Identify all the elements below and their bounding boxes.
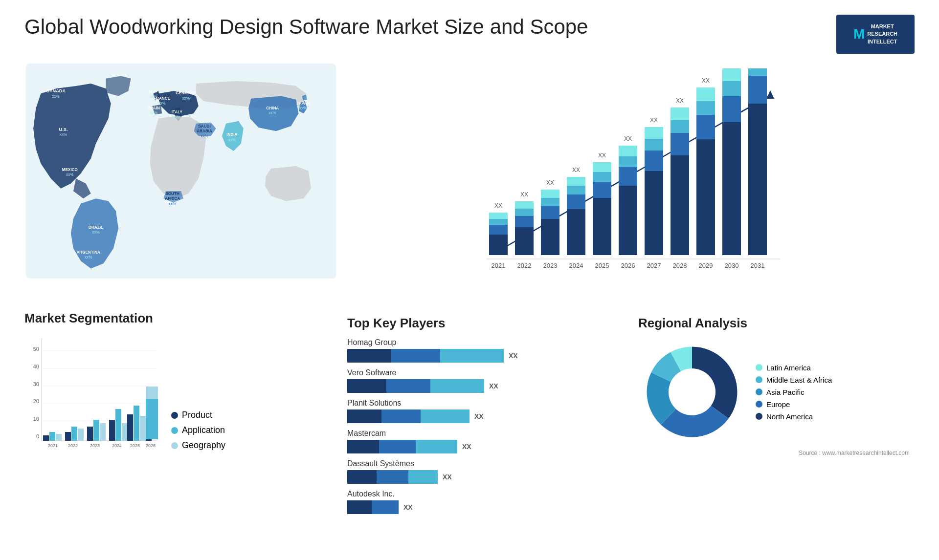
svg-rect-37 [489, 225, 508, 235]
svg-text:FRANCE: FRANCE [154, 96, 171, 101]
svg-text:xx%: xx% [228, 138, 236, 142]
svg-text:BRAZIL: BRAZIL [89, 225, 103, 230]
svg-rect-56 [567, 186, 585, 194]
svg-rect-60 [593, 198, 611, 255]
reg-asia-pacific: Asia Pacific [756, 388, 832, 396]
application-dot [171, 427, 178, 434]
svg-rect-124 [93, 420, 99, 441]
svg-text:XX: XX [676, 97, 684, 104]
svg-text:XX: XX [546, 179, 554, 186]
svg-text:2024: 2024 [112, 443, 122, 448]
svg-text:0: 0 [36, 433, 39, 439]
svg-text:XX: XX [572, 167, 580, 173]
svg-text:xx%: xx% [52, 94, 59, 99]
svg-rect-48 [541, 219, 559, 255]
svg-rect-132 [134, 406, 139, 441]
svg-text:2023: 2023 [90, 443, 100, 448]
svg-rect-90 [722, 122, 741, 255]
svg-rect-79 [671, 133, 689, 155]
svg-text:XX: XX [520, 191, 528, 198]
source-text: Source : www.marketresearchintellect.com [638, 450, 910, 456]
svg-rect-43 [515, 216, 534, 227]
svg-rect-61 [593, 182, 611, 198]
donut-chart [638, 338, 746, 446]
segmentation-title: Market Segmentation [24, 311, 337, 326]
svg-rect-87 [696, 87, 715, 101]
svg-rect-67 [619, 167, 637, 186]
svg-text:2025: 2025 [595, 262, 609, 269]
svg-text:MEXICO: MEXICO [62, 168, 78, 172]
logo-letter: M [853, 26, 865, 42]
svg-text:2024: 2024 [569, 262, 583, 269]
svg-rect-85 [696, 115, 715, 139]
player-autodesk: Autodesk Inc. XX [347, 490, 619, 514]
segmentation-section: Market Segmentation 0 10 20 30 40 50 [24, 311, 337, 545]
player-planit: Planit Solutions XX [347, 399, 619, 423]
svg-text:xx%: xx% [182, 96, 190, 101]
reg-north-america: North America [756, 412, 832, 421]
svg-rect-92 [722, 81, 741, 96]
svg-text:SPAIN: SPAIN [148, 106, 160, 110]
svg-marker-35 [766, 90, 774, 99]
svg-text:2029: 2029 [699, 262, 713, 269]
logo-box: M MARKET RESEARCH INTELLECT [836, 15, 915, 54]
svg-text:ARABIA: ARABIA [197, 129, 212, 133]
svg-rect-72 [645, 171, 663, 255]
svg-text:2030: 2030 [725, 262, 739, 269]
svg-text:xx%: xx% [169, 202, 176, 206]
player-vero: Vero Software XX [347, 368, 619, 393]
svg-rect-50 [541, 198, 559, 206]
svg-rect-123 [87, 427, 93, 441]
svg-text:2022: 2022 [517, 262, 532, 269]
north-america-dot [756, 413, 762, 420]
svg-rect-36 [489, 235, 508, 255]
bottom-right: Top Key Players Homag Group XX [342, 311, 915, 545]
svg-rect-39 [489, 213, 508, 219]
svg-text:2021: 2021 [48, 443, 58, 448]
svg-text:2021: 2021 [492, 262, 506, 269]
europe-dot [756, 401, 762, 408]
svg-rect-97 [748, 76, 767, 104]
svg-text:2027: 2027 [647, 262, 661, 269]
svg-text:xx%: xx% [299, 106, 307, 110]
reg-europe: Europe [756, 400, 832, 409]
svg-point-145 [669, 368, 715, 415]
svg-text:xx%: xx% [201, 134, 208, 138]
donut-container: Latin America Middle East & Africa Asia … [638, 338, 910, 446]
svg-rect-44 [515, 209, 534, 216]
svg-text:xx%: xx% [173, 115, 180, 120]
svg-text:INDIA: INDIA [226, 132, 237, 137]
svg-rect-69 [619, 146, 637, 156]
svg-text:2026: 2026 [146, 443, 156, 448]
svg-rect-63 [593, 162, 611, 172]
svg-rect-121 [78, 429, 84, 441]
svg-text:CANADA: CANADA [46, 88, 66, 93]
key-players-section: Top Key Players Homag Group XX [342, 311, 624, 545]
svg-text:2028: 2028 [673, 262, 687, 269]
regional-section: Regional Analysis [633, 311, 915, 545]
svg-rect-119 [65, 432, 71, 441]
svg-rect-54 [567, 209, 585, 255]
svg-rect-73 [645, 151, 663, 171]
svg-rect-66 [619, 186, 637, 255]
player-mastercam: Mastercam XX [347, 429, 619, 453]
svg-text:U.K.: U.K. [150, 89, 157, 93]
svg-text:50: 50 [33, 346, 39, 352]
svg-text:xx%: xx% [66, 172, 73, 177]
svg-text:XX: XX [598, 152, 606, 159]
svg-rect-74 [645, 139, 663, 151]
svg-text:AFRICA: AFRICA [165, 196, 180, 201]
svg-text:SOUTH: SOUTH [165, 192, 179, 196]
player-homag: Homag Group XX [347, 338, 619, 363]
svg-rect-127 [109, 420, 115, 441]
svg-rect-137 [146, 399, 158, 439]
svg-rect-42 [515, 227, 534, 255]
svg-text:xx%: xx% [60, 132, 67, 137]
svg-rect-93 [722, 68, 741, 81]
svg-text:2022: 2022 [68, 443, 78, 448]
svg-rect-125 [100, 423, 106, 441]
svg-text:ARGENTINA: ARGENTINA [76, 250, 100, 255]
svg-text:ITALY: ITALY [172, 110, 183, 114]
svg-text:2025: 2025 [130, 443, 140, 448]
svg-text:XX: XX [650, 117, 658, 124]
